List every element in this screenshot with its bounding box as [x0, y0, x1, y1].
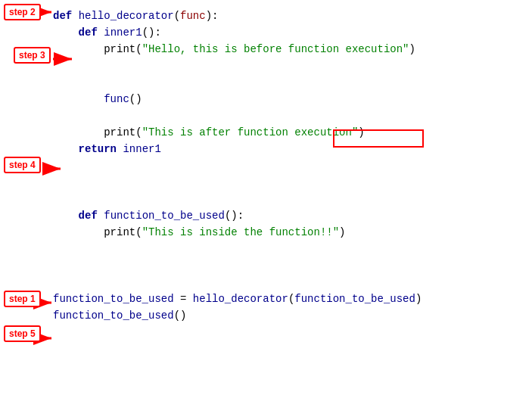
code-area: def hello_decorator(func): def inner1():… — [0, 0, 532, 395]
code-line-11 — [53, 174, 532, 191]
code-line-3: print("Hello, this is before function ex… — [53, 41, 532, 58]
code-line-18: function_to_be_used = hello_decorator(fu… — [53, 291, 532, 307]
step1-label: step 1 — [4, 291, 41, 307]
code-line-15 — [53, 241, 532, 257]
code-line-7 — [53, 107, 532, 124]
code-line-10 — [53, 157, 532, 174]
highlight-after-execution — [333, 129, 424, 148]
code-line-5 — [53, 74, 532, 91]
code-line-13: def function_to_be_used(): — [53, 207, 532, 224]
code-line-19: function_to_be_used() — [53, 307, 532, 324]
code-line-12 — [53, 191, 532, 207]
code-line-4 — [53, 58, 532, 74]
code-line-1: def hello_decorator(func): — [53, 8, 532, 24]
step2-label: step 2 — [4, 4, 41, 20]
code-line-2: def inner1(): — [53, 24, 532, 41]
step5-label: step 5 — [4, 325, 41, 342]
code-line-17 — [53, 274, 532, 291]
code-line-9: return inner1 — [53, 141, 532, 157]
step4-label: step 4 — [4, 157, 41, 173]
step3-label: step 3 — [14, 47, 51, 64]
code-line-14: print("This is inside the function!!") — [53, 224, 532, 241]
code-line-6: func() — [53, 91, 532, 107]
code-line-16 — [53, 257, 532, 274]
code-line-8: print("This is after function execution"… — [53, 124, 532, 141]
